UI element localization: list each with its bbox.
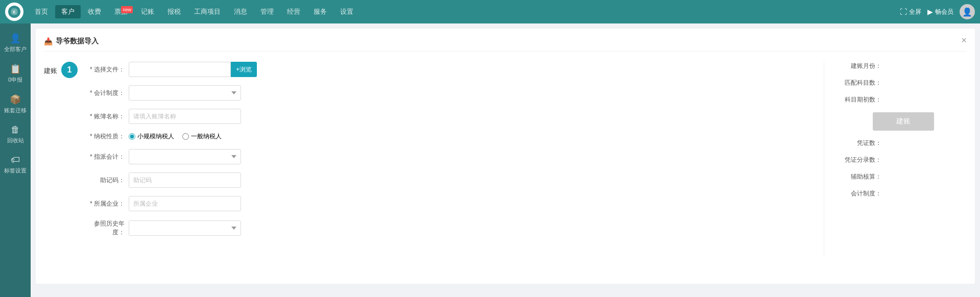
nav-message[interactable]: 消息	[228, 5, 253, 18]
small-taxpayer-radio[interactable]	[129, 133, 135, 140]
general-taxpayer-option[interactable]: 一般纳税人	[182, 132, 222, 141]
file-input[interactable]	[129, 62, 231, 77]
period-row: 科目期初数：	[840, 95, 967, 104]
panel-title: 导爷数据导入	[56, 37, 99, 46]
build-btn-wrap: 建账	[840, 112, 967, 131]
accounting-system-row: 会计制度：	[840, 189, 967, 198]
build-account-button[interactable]: 建账	[873, 112, 934, 131]
company-row: * 所属企业：	[88, 196, 808, 211]
form-body: 建账 1 * 选择文件： +浏览	[44, 62, 967, 255]
nav-invoice[interactable]: 票据 new	[108, 5, 134, 18]
accountant-select[interactable]	[129, 149, 241, 164]
sidebar-item-zero-filing[interactable]: 📋 0申报	[0, 59, 31, 88]
month-row: 建账月份：	[840, 62, 967, 70]
accountant-label: * 指派会计：	[88, 153, 129, 161]
nav-settings[interactable]: 设置	[334, 5, 360, 18]
ledger-input[interactable]	[129, 109, 241, 124]
accounting-system-label: 会计制度：	[840, 189, 886, 198]
import-icon: 📥	[44, 37, 53, 45]
nav-home[interactable]: 首页	[29, 5, 54, 18]
top-navigation: E 首页 客户 收费 票据 new 记账 报税 工商项目 消息 管理 经营 服务…	[0, 0, 980, 23]
match-label: 匹配科目数：	[840, 79, 886, 87]
voucher-entries-label: 凭证分录数：	[840, 156, 886, 164]
new-badge: new	[121, 6, 133, 13]
period-label: 科目期初数：	[840, 95, 886, 104]
memo-label: 助记码：	[88, 176, 129, 185]
tag-icon: 🏷	[11, 155, 20, 165]
step-circle: 1	[61, 62, 78, 78]
company-label: * 所属企业：	[88, 200, 129, 208]
tax-radio-group: 小规模纳税人 一般纳税人	[129, 132, 222, 141]
nav-bookkeeping[interactable]: 记账	[135, 5, 160, 18]
aux-label: 辅助核算：	[840, 172, 886, 181]
sidebar-item-all-customers[interactable]: 👤 全部客户	[0, 29, 31, 57]
nav-service[interactable]: 服务	[307, 5, 333, 18]
file-label: * 选择文件：	[88, 65, 129, 74]
file-row: * 选择文件： +浏览	[88, 62, 808, 77]
nav-charge[interactable]: 收费	[82, 5, 107, 18]
form-fields: * 选择文件： +浏览 * 会计制度：	[88, 62, 808, 245]
svg-text:E: E	[13, 10, 16, 14]
build-account-label: 建账	[44, 62, 57, 80]
company-input[interactable]	[129, 196, 241, 211]
user-icon: 👤	[10, 33, 21, 44]
tax-row: * 纳税性质： 小规模纳税人 一般纳税人	[88, 132, 808, 141]
accounting-row: * 会计制度：	[88, 85, 808, 101]
build-account-section: 建账 1 * 选择文件： +浏览	[44, 62, 808, 245]
history-label: 参照历史年度：	[88, 219, 129, 237]
trash-icon: 🗑	[11, 125, 20, 135]
ledger-label: * 账簿名称：	[88, 112, 129, 121]
file-icon: 📋	[10, 63, 21, 75]
memo-input[interactable]	[129, 172, 241, 188]
nav-right-area: ⛶ 全屏 ▶ 畅会员 👤	[900, 4, 975, 19]
file-input-wrap: +浏览	[129, 62, 808, 77]
import-panel: 📥 导爷数据导入 × 建账 1	[36, 29, 975, 284]
history-select[interactable]	[129, 220, 241, 236]
close-button[interactable]: ×	[961, 36, 967, 45]
form-left: 建账 1 * 选择文件： +浏览	[44, 62, 824, 255]
sidebar-item-account-migration[interactable]: 📦 账套迁移	[0, 90, 31, 118]
month-label: 建账月份：	[840, 62, 886, 70]
nav-business[interactable]: 工商项目	[188, 5, 227, 18]
app-logo: E	[5, 3, 23, 21]
browse-button[interactable]: +浏览	[231, 62, 257, 77]
main-layout: 👤 全部客户 📋 0申报 📦 账套迁移 🗑 回收站 🏷 标签设置 📥 导爷数据导…	[0, 23, 980, 297]
box-icon: 📦	[10, 94, 21, 105]
general-taxpayer-radio[interactable]	[182, 133, 189, 140]
panel-header: 📥 导爷数据导入	[44, 37, 967, 52]
nav-tax[interactable]: 报税	[161, 5, 187, 18]
match-row: 匹配科目数：	[840, 79, 967, 87]
sidebar: 👤 全部客户 📋 0申报 📦 账套迁移 🗑 回收站 🏷 标签设置	[0, 23, 31, 297]
form-right: 建账月份： 匹配科目数： 科目期初数： 建账	[824, 62, 967, 255]
aux-row: 辅助核算：	[840, 172, 967, 181]
fullscreen-btn[interactable]: ⛶ 全屏	[900, 8, 921, 16]
ledger-row: * 账簿名称：	[88, 109, 808, 124]
voucher-entries-row: 凭证分录数：	[840, 156, 967, 164]
nav-items: 首页 客户 收费 票据 new 记账 报税 工商项目 消息 管理 经营 服务 设…	[29, 5, 900, 18]
nav-operation[interactable]: 经营	[281, 5, 306, 18]
voucher-row: 凭证数：	[840, 139, 967, 147]
voucher-label: 凭证数：	[840, 139, 886, 147]
nav-manage[interactable]: 管理	[254, 5, 280, 18]
nav-customer[interactable]: 客户	[55, 5, 81, 18]
memo-row: 助记码：	[88, 172, 808, 188]
history-row: 参照历史年度：	[88, 219, 808, 237]
content-area: 📥 导爷数据导入 × 建账 1	[31, 23, 980, 297]
accounting-label: * 会计制度：	[88, 89, 129, 97]
vip-btn[interactable]: ▶ 畅会员	[927, 8, 953, 16]
user-avatar[interactable]: 👤	[960, 4, 975, 19]
accounting-select[interactable]	[129, 85, 241, 101]
sidebar-item-recycle[interactable]: 🗑 回收站	[0, 120, 31, 148]
tax-label: * 纳税性质：	[88, 132, 129, 141]
sidebar-item-tag-settings[interactable]: 🏷 标签设置	[0, 151, 31, 179]
accountant-row: * 指派会计：	[88, 149, 808, 164]
small-taxpayer-option[interactable]: 小规模纳税人	[129, 132, 174, 141]
